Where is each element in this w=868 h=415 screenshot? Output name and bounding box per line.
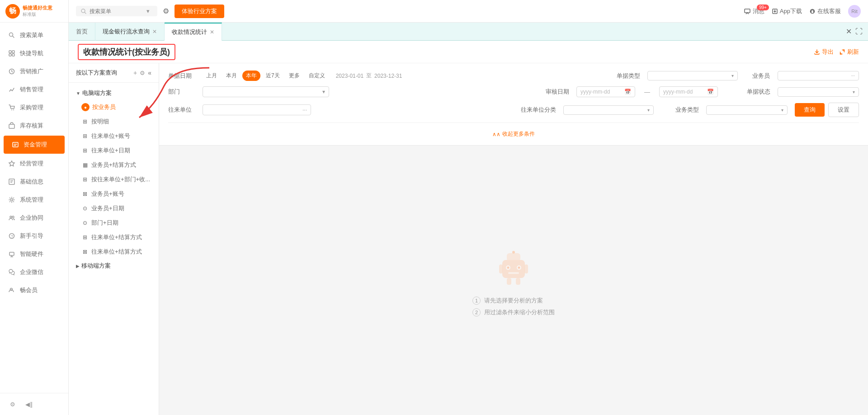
tab-cash-flow[interactable]: 现金银行流水查询 ✕ [95, 23, 165, 41]
management-icon [7, 159, 16, 168]
review-date-end[interactable]: yyyy-mm-dd 📅 [659, 86, 718, 97]
header-gear-icon[interactable]: ⚙ [163, 7, 169, 15]
sidebar-item-wechat[interactable]: 企业微信 [0, 263, 68, 281]
sidebar-item-basic[interactable]: 基础信息 [0, 173, 68, 191]
voucher-status-select[interactable]: ▾ [778, 87, 859, 97]
desktop-group-header[interactable]: ▼ 电脑端方案 [69, 86, 159, 100]
left-panel-header: 按以下方案查询 + ⚙ « [69, 63, 159, 83]
svg-rect-10 [13, 142, 18, 147]
tab-close-collection[interactable]: ✕ [210, 29, 214, 35]
app-download-button[interactable]: App下载 [772, 7, 802, 15]
search-box[interactable]: ▾ [76, 6, 157, 16]
date-tab-this-month[interactable]: 本月 [222, 71, 241, 81]
voucher-type-select[interactable]: ▾ [647, 71, 738, 80]
unit-account-icon: ⊞ [81, 132, 89, 140]
svg-rect-13 [9, 179, 14, 184]
mobile-group-header[interactable]: ▶ 移动端方案 [69, 259, 159, 273]
scheme-item-salesman-date[interactable]: ⊙ 业务员+日期 [69, 201, 159, 216]
sidebar-item-system[interactable]: 系统管理 [0, 191, 68, 209]
svg-point-24 [10, 288, 13, 291]
scheme-settings-icon[interactable]: ⚙ [140, 70, 145, 76]
date-tab-last-month[interactable]: 上月 [203, 71, 221, 81]
left-panel-actions: + ⚙ « [133, 69, 151, 76]
scheme-item-unit-settlement1[interactable]: ⊞ 往来单位+结算方式 [69, 230, 159, 245]
sidebar-item-hardware[interactable]: 智能硬件 [0, 245, 68, 263]
salesman-date-icon: ⊙ [81, 205, 89, 212]
svg-rect-42 [507, 278, 511, 285]
search-input[interactable] [90, 8, 144, 14]
date-tab-more[interactable]: 更多 [285, 71, 303, 81]
add-scheme-icon[interactable]: + [133, 69, 137, 76]
scheme-item-salesman-settlement[interactable]: ▦ 业务员+结算方式 [69, 158, 159, 172]
sidebar-item-marketing[interactable]: 营销推广 [0, 62, 68, 80]
counterpart-category-select[interactable]: ▾ [563, 105, 654, 115]
sidebar-item-finance[interactable]: 资金管理 [4, 136, 65, 154]
business-type-select[interactable]: ▾ [706, 105, 788, 115]
sidebar-bottom: ⚙ ◀‖ [0, 393, 68, 415]
sidebar-item-purchase[interactable]: 采购管理 [0, 99, 68, 117]
sidebar-item-sales[interactable]: 销售管理 [0, 80, 68, 99]
hardware-icon [7, 250, 16, 259]
svg-rect-33 [507, 253, 520, 261]
refresh-button[interactable]: 刷新 [839, 48, 859, 56]
svg-rect-40 [499, 264, 503, 274]
message-icon [744, 8, 751, 15]
query-button[interactable]: 查询 [795, 103, 825, 117]
date-tab-this-year[interactable]: 本年 [242, 71, 260, 81]
message-button[interactable]: 消息 99+ [744, 7, 764, 15]
user-avatar[interactable]: Rit [848, 5, 861, 18]
dept-more-icon[interactable]: ▾ [322, 89, 325, 95]
scheme-item-detail[interactable]: ⊞ 按明细 [69, 114, 159, 129]
filter-row-1: 单据日期 上月 本月 本年 近7天 更多 自定义 2023-01-01 至 [168, 71, 859, 81]
tab-minimize-icon[interactable]: ✕ [846, 27, 852, 36]
collapse-sidebar-icon[interactable]: ◀‖ [24, 399, 34, 410]
review-date-start[interactable]: yyyy-mm-dd 📅 [576, 86, 635, 97]
sidebar-item-management[interactable]: 经营管理 [0, 155, 68, 173]
scheme-item-salesman[interactable]: ● 按业务员 [69, 100, 159, 114]
member-icon [7, 286, 16, 295]
svg-rect-21 [9, 252, 14, 255]
sidebar-item-search[interactable]: 搜索菜单 [0, 26, 68, 44]
calendar-start-icon[interactable]: 📅 [624, 89, 631, 95]
tabs-bar: 首页 现金银行流水查询 ✕ 收款情况统计 ✕ ✕ ⛶ [69, 23, 868, 41]
tab-expand-icon[interactable]: ⛶ [855, 28, 863, 36]
sidebar-item-collab[interactable]: 企业协同 [0, 209, 68, 227]
online-service-button[interactable]: 在线客服 [809, 7, 841, 15]
svg-point-38 [518, 267, 520, 269]
svg-point-16 [11, 199, 13, 201]
svg-line-1 [13, 36, 14, 38]
calendar-end-icon[interactable]: 📅 [707, 89, 714, 95]
salesman-select[interactable]: ··· [778, 71, 859, 80]
date-tab-7days[interactable]: 近7天 [262, 71, 283, 81]
scheme-item-unit-dept[interactable]: ⊞ 按往来单位+部门+收... [69, 172, 159, 187]
svg-rect-32 [502, 260, 525, 278]
sidebar-item-inventory[interactable]: 库存核算 [0, 117, 68, 135]
empty-tip-1: 1 请先选择要分析的方案 [472, 297, 555, 305]
date-tab-custom[interactable]: 自定义 [305, 71, 329, 81]
trial-button[interactable]: 体验行业方案 [175, 5, 224, 18]
main-area: ▾ ⚙ 体验行业方案 消息 99+ App下载 在线客服 Rit 首页 [69, 0, 868, 415]
collapse-filter-button[interactable]: ∧∧ 收起更多条件 [168, 130, 859, 138]
setting-button[interactable]: 设置 [828, 103, 859, 117]
collapse-panel-icon[interactable]: « [148, 69, 151, 76]
tab-close-cash-flow[interactable]: ✕ [152, 28, 157, 35]
logo-area: 畅 畅捷通好生意 标准版 [0, 0, 68, 23]
sidebar-item-guide[interactable]: ? 新手引导 [0, 227, 68, 245]
export-button[interactable]: 导出 [814, 48, 834, 56]
scheme-item-dept-date[interactable]: ⊙ 部门+日期 [69, 216, 159, 230]
sidebar-item-nav[interactable]: 快捷导航 [0, 44, 68, 62]
tab-collection-stats[interactable]: 收款情况统计 ✕ [165, 23, 222, 41]
counterpart-more-icon[interactable]: ··· [302, 107, 307, 113]
empty-tip-2: 2 用过滤条件来缩小分析范围 [472, 308, 555, 316]
scheme-item-unit-account[interactable]: ⊞ 往来单位+账号 [69, 129, 159, 143]
scheme-item-unit-settlement2[interactable]: ⊠ 往来单位+结算方式 [69, 245, 159, 259]
scheme-item-unit-date[interactable]: ⊞ 往来单位+日期 [69, 143, 159, 158]
svg-line-26 [85, 12, 86, 14]
scheme-item-salesman-account[interactable]: ⊠ 业务员+账号 [69, 187, 159, 201]
dept-field[interactable]: ▾ [203, 86, 329, 97]
tab-home[interactable]: 首页 [69, 23, 95, 41]
settings-icon[interactable]: ⚙ [7, 399, 18, 410]
counterpart-field[interactable]: ··· [203, 104, 311, 115]
filter-row-2: 部门 ▾ 审核日期 yyyy-mm-dd 📅 — y [168, 86, 859, 97]
sidebar-item-member[interactable]: 畅会员 [0, 281, 68, 299]
